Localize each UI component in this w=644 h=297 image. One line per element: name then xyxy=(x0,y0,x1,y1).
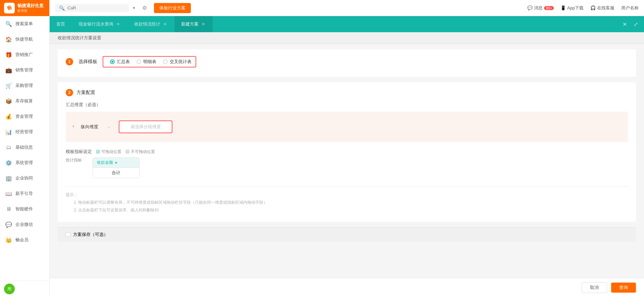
indicator-col-header[interactable]: 收款金额 ▾ xyxy=(93,158,139,168)
page-content: 收款情况统计方案设置 1 选择模板 汇总表 xyxy=(50,32,644,297)
sidebar-item-label-guide: 新手引导 xyxy=(15,191,33,197)
step2-label: 方案配置 xyxy=(76,90,95,96)
user-name[interactable]: 用户名称 xyxy=(621,5,639,11)
legend-movable: 可拖动位置 xyxy=(96,149,121,155)
support-label: 在线客服 xyxy=(597,5,614,11)
inventory-icon: 📦 xyxy=(5,98,12,104)
dropdown-icon[interactable]: ▾ xyxy=(133,5,135,10)
finance-icon: 💰 xyxy=(5,113,12,120)
sidebar-item-label-marketing: 营销推广 xyxy=(15,52,33,58)
tab-stats-label: 收款情况统计 xyxy=(134,21,160,27)
sidebar-logo: 畅 畅捷通好生意 标准版 xyxy=(0,0,49,16)
dim-selector[interactable]: 请选择分组维度 xyxy=(119,120,172,133)
sidebar-item-finance[interactable]: 💰 资金管理 xyxy=(0,109,49,124)
sidebar-item-member[interactable]: 👑 畅会员 xyxy=(0,232,49,248)
logo-icon: 畅 xyxy=(4,3,15,13)
movable-label: 可拖动位置 xyxy=(101,149,121,155)
tab-stats-close[interactable]: ✕ xyxy=(162,21,168,27)
vertical-dim-label: 纵向维度 xyxy=(81,124,98,130)
tab-new-plan-label: 新建方案 xyxy=(181,21,199,27)
gear-icon: ⚙ xyxy=(142,5,147,11)
sidebar: 畅 畅捷通好生意 标准版 🔍 搜索菜单 🏠 快捷导航 🎁 营销推广 💼 销售管理… xyxy=(0,0,50,297)
sidebar-item-collab[interactable]: 🏢 企业协同 xyxy=(0,170,49,186)
sidebar-item-search-menu[interactable]: 🔍 搜索菜单 xyxy=(0,16,49,32)
step2-section: 2 方案配置 汇总维度（必选） * 纵向维度 → 请选择分组维度 xyxy=(58,82,636,222)
radio-detail-dot xyxy=(137,59,141,64)
col-dropdown-icon[interactable]: ▾ xyxy=(115,160,117,165)
radio-summary-label: 汇总表 xyxy=(117,59,130,65)
operation-icon: 📊 xyxy=(5,129,12,135)
messages-badge: 99+ xyxy=(544,6,554,10)
step1-header: 1 选择模板 汇总表 明细表 xyxy=(66,56,628,67)
radio-cross[interactable]: 交叉统计表 xyxy=(163,59,192,65)
query-button[interactable]: 查询 xyxy=(611,283,636,293)
save-label: 方案保存（可选） xyxy=(73,232,108,238)
marketing-icon: 🎁 xyxy=(5,52,12,58)
category-label: 统计指标 xyxy=(66,157,82,163)
collab-icon: 🏢 xyxy=(5,175,12,182)
sidebar-item-label-member: 畅会员 xyxy=(15,237,29,243)
unmovable-label: 不可拖动位置 xyxy=(131,149,155,155)
sidebar-item-guide[interactable]: 📖 新手引导 xyxy=(0,186,49,201)
expand-window-btn[interactable]: ⤢ xyxy=(632,20,640,28)
radio-detail[interactable]: 明细表 xyxy=(137,59,156,65)
sidebar-item-operation[interactable]: 📊 经营管理 xyxy=(0,124,49,140)
tab-bank-label: 现金银行流水查询 xyxy=(78,21,113,27)
sidebar-item-marketing[interactable]: 🎁 营销推广 xyxy=(0,47,49,62)
cancel-button[interactable]: 取消 xyxy=(582,282,607,293)
close-window-btn[interactable]: ✕ xyxy=(621,20,629,28)
industry-btn[interactable]: 体验行业方案 xyxy=(154,3,191,13)
system-icon: ⚙️ xyxy=(5,160,12,166)
tab-stats[interactable]: 收款情况统计 ✕ xyxy=(127,16,174,32)
sidebar-item-inventory[interactable]: 📦 库存核算 xyxy=(0,93,49,109)
tips-section: 提示： 1. 拖动标题栏可以调整布局，不可跨维度或指标区域拖动栏目字段（只能在同… xyxy=(66,186,628,213)
quick-nav-icon: 🏠 xyxy=(5,36,12,43)
support-btn[interactable]: 🎧 在线客服 xyxy=(590,5,614,11)
tab-new-plan[interactable]: 新建方案 ✕ xyxy=(174,16,213,32)
step2-header: 2 方案配置 xyxy=(66,89,628,96)
sidebar-item-sales[interactable]: 💼 销售管理 xyxy=(0,62,49,78)
sidebar-item-quick-nav[interactable]: 🏠 快捷导航 xyxy=(0,32,49,47)
page-header: 收款情况统计方案设置 xyxy=(50,32,644,44)
search-input[interactable] xyxy=(67,5,121,10)
messages-btn[interactable]: 💬 消息 99+ xyxy=(527,5,554,11)
sidebar-item-wechat[interactable]: 💬 企业微信 xyxy=(0,217,49,232)
sidebar-item-label-nav: 快捷导航 xyxy=(15,36,33,42)
tab-home[interactable]: 首页 xyxy=(50,16,72,32)
required-star: * xyxy=(72,125,74,130)
app-download-btn[interactable]: 📱 App下载 xyxy=(560,5,584,11)
step1-badge: 1 xyxy=(66,58,73,65)
topbar: 🔍 ▾ ⚙ 体验行业方案 💬 消息 99+ 📱 App下载 🎧 在线客服 用户名… xyxy=(50,0,644,16)
radio-summary[interactable]: 汇总表 xyxy=(110,59,130,65)
logo-subtitle: 标准版 xyxy=(17,8,44,13)
sidebar-item-label-purchase: 采购管理 xyxy=(15,83,33,89)
tab-bank-close[interactable]: ✕ xyxy=(115,21,121,27)
save-checkbox[interactable] xyxy=(66,232,70,237)
sidebar-item-purchase[interactable]: 🛒 采购管理 xyxy=(0,78,49,93)
save-section: 方案保存（可选） xyxy=(58,227,636,242)
radio-cross-label: 交叉统计表 xyxy=(170,59,192,65)
sidebar-item-hardware[interactable]: 🖥 智能硬件 xyxy=(0,201,49,217)
messages-icon: 💬 xyxy=(527,5,533,10)
download-icon: 📱 xyxy=(560,5,566,10)
tip-line-2: 2. 点击标题栏下拉可设置排序、插入列和删除列 xyxy=(66,207,628,213)
sidebar-bottom: 用 xyxy=(0,281,49,297)
member-icon: 👑 xyxy=(5,237,12,243)
tab-new-plan-close[interactable]: ✕ xyxy=(201,21,206,27)
template-radio-group: 汇总表 明细表 交叉统计表 xyxy=(110,59,192,65)
tab-bank[interactable]: 现金银行流水查询 ✕ xyxy=(72,16,127,32)
sidebar-item-basic[interactable]: 🗂 基础信息 xyxy=(0,140,49,155)
search-icon: 🔍 xyxy=(59,5,65,11)
download-label: App下载 xyxy=(567,5,584,11)
indicator-section: 模板指标设定 可拖动位置 不可拖动位置 统计指标 xyxy=(66,149,628,178)
dimension-title: 汇总维度（必选） xyxy=(66,102,628,108)
indicator-row-total: 合计 xyxy=(93,168,139,178)
tab-bar: 首页 现金银行流水查询 ✕ 收款情况统计 ✕ 新建方案 ✕ ✕ ⤢ xyxy=(50,16,644,32)
sidebar-item-label-collab: 企业协同 xyxy=(15,175,33,181)
sidebar-item-label-finance: 资金管理 xyxy=(15,113,33,119)
topbar-right: 💬 消息 99+ 📱 App下载 🎧 在线客服 用户名称 xyxy=(527,5,639,11)
col-label: 收款金额 xyxy=(97,160,113,165)
gear-button[interactable]: ⚙ xyxy=(139,3,150,13)
sidebar-item-system[interactable]: ⚙️ 系统管理 xyxy=(0,155,49,170)
search-box[interactable]: 🔍 xyxy=(55,4,129,12)
